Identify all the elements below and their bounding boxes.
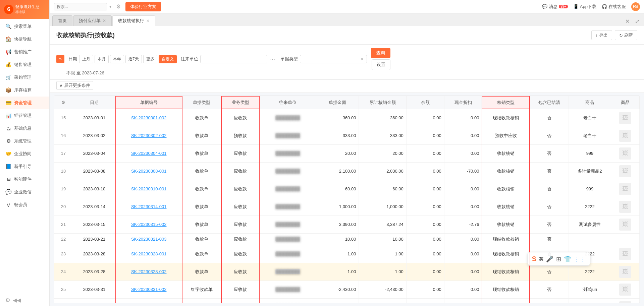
doc-no-link[interactable]: SK-20230321-003 — [131, 237, 167, 242]
cell-balance: 0.00 — [406, 180, 444, 198]
tab-prepay[interactable]: 预付应付单 ✕ — [73, 15, 112, 26]
cell-doc-no: SK-20230331-002 — [116, 281, 182, 298]
date-btn-last-month[interactable]: 上月 — [79, 55, 93, 63]
tab-home[interactable]: 首页 — [52, 15, 72, 26]
tab-close-btn[interactable]: ✕ — [623, 17, 632, 25]
date-btn-more[interactable]: 更多 — [143, 55, 157, 63]
table-row[interactable]: 17 2023-03-04 SK-20230304-001 收款单 应收款 ██… — [54, 144, 640, 162]
tabbar-actions: ✕ ⤢ — [623, 17, 641, 26]
float-watermark: S 英 🎤 ⊞ 👕 ⋮⋮ — [528, 252, 590, 266]
setting-btn[interactable]: 设置 — [372, 59, 390, 70]
cell-goods-img: 🖼 — [611, 144, 640, 162]
settings-icon[interactable]: ⚙ — [5, 297, 10, 303]
filter-partner-input[interactable] — [200, 55, 267, 63]
watermark-shirt-icon[interactable]: 👕 — [564, 255, 571, 263]
doc-no-link[interactable]: SK-20230315-002 — [131, 222, 167, 227]
table-row[interactable]: 21 2023-03-15 SK-20230315-002 收款单 应收款 ██… — [54, 216, 640, 233]
doc-no-link[interactable]: SK-20230308-001 — [131, 169, 167, 174]
watermark-mic-icon[interactable]: 🎤 — [546, 255, 553, 263]
expand-more-btn[interactable]: ∨ 展开更多条件 — [56, 81, 93, 90]
sidebar-item-wechat[interactable]: 💬 企业微信 — [0, 186, 49, 198]
cell-amount: 1,000.00 — [316, 198, 359, 216]
sidebar-item-operations[interactable]: 📊 经营管理 — [0, 109, 49, 122]
filter-partner-dots[interactable]: ··· — [269, 56, 276, 63]
cell-goods-img: 🖼 — [611, 109, 640, 127]
sidebar-item-enterprise[interactable]: 🤝 企业协同 — [0, 147, 49, 160]
app-download-btn[interactable]: 📱 App下载 — [573, 4, 596, 10]
date-btn-custom[interactable]: 自定义 — [159, 55, 177, 63]
online-service-btn[interactable]: 🎧 在线客服 — [602, 4, 626, 10]
topbar-dropdown-arrow[interactable]: ▾ — [109, 4, 111, 9]
sidebar-item-marketing[interactable]: 📢 营销推广 — [0, 46, 49, 58]
sidebar-item-inventory[interactable]: 📦 库存核算 — [0, 84, 49, 97]
tab-collection-label: 收款核销执行 — [118, 18, 144, 24]
doc-no-link[interactable]: SK-20230331-002 — [131, 287, 167, 292]
message-btn[interactable]: 💬 消息 99+ — [542, 4, 568, 10]
date-btn-this-month[interactable]: 本月 — [95, 55, 109, 63]
cell-goods-img: 🖼 — [611, 127, 640, 144]
sidebar-item-basic[interactable]: 🗂 基础信息 — [0, 122, 49, 135]
sidebar-item-purchase[interactable]: 🛒 采购管理 — [0, 71, 49, 84]
filter-doctype-item: 单据类型 ▾ — [280, 55, 367, 63]
cell-include-settled: 否 — [530, 109, 569, 127]
filter-expand-toggle[interactable]: » — [56, 55, 64, 63]
table-row[interactable]: 26 2023-04-03 SK-20230403-002 收款单 预收款 ██… — [54, 298, 640, 303]
partner-blurred: ████████ — [275, 186, 300, 191]
doc-no-link[interactable]: SK-20230304-001 — [131, 151, 167, 156]
solution-btn[interactable]: 体验行业方案 — [125, 2, 161, 11]
cell-partner: ████████ — [259, 263, 316, 281]
sidebar-item-member[interactable]: V 畅会员 — [0, 198, 49, 211]
table-area[interactable]: ⚙ 日期 单据编号 单据类型 业务类型 往来单位 单据金额 累计核销金额 余额 … — [54, 96, 640, 303]
export-btn[interactable]: ↑ 导出 — [591, 30, 612, 40]
cell-cash-discount: 0.00 — [444, 281, 482, 298]
date-btn-7days[interactable]: 近7天 — [125, 55, 142, 63]
sidebar-item-finance[interactable]: 💳 资金管理 — [0, 97, 49, 109]
sidebar-item-system[interactable]: ⚙ 系统管理 — [0, 135, 49, 147]
filter-doctype-select[interactable]: ▾ — [300, 55, 367, 63]
cell-doc-no: SK-20230304-001 — [116, 144, 182, 162]
doc-no-link[interactable]: SK-20230301-002 — [131, 115, 167, 120]
doc-no-link[interactable]: SK-20230314-001 — [131, 204, 167, 209]
table-row[interactable]: 15 2023-03-01 SK-20230301-002 收款单 应收款 ██… — [54, 109, 640, 127]
doc-no-link[interactable]: SK-20230302-002 — [131, 133, 167, 138]
table-row[interactable]: 20 2023-03-14 SK-20230314-001 收款单 应收款 ██… — [54, 198, 640, 216]
collapse-icon[interactable]: ◀◀ — [13, 297, 21, 303]
doc-no-link[interactable]: SK-20230328-002 — [131, 269, 167, 274]
sidebar-item-sales[interactable]: 💰 销售管理 — [0, 58, 49, 71]
topbar-gear-icon[interactable]: ⚙ — [114, 3, 123, 10]
date-btn-this-year[interactable]: 本年 — [110, 55, 124, 63]
doc-no-link[interactable]: SK-20230328-001 — [131, 251, 167, 256]
tab-collection[interactable]: 收款核销执行 ✕ — [112, 15, 155, 26]
sidebar-icon-operations: 📊 — [5, 113, 11, 119]
topbar-search-input[interactable] — [54, 3, 107, 10]
query-btn[interactable]: 查询 — [371, 48, 390, 58]
table-row[interactable]: 16 2023-03-02 SK-20230302-002 收款单 预收款 ██… — [54, 127, 640, 144]
th-settings[interactable]: ⚙ — [54, 96, 73, 109]
sidebar-item-hardware[interactable]: 🖥 智能硬件 — [0, 173, 49, 186]
cell-date: 2023-03-01 — [73, 109, 116, 127]
cell-amount: 1.00 — [316, 245, 359, 263]
table-row[interactable]: 18 2023-03-08 SK-20230308-001 收款单 应收款 ██… — [54, 162, 640, 180]
tab-maximize-btn[interactable]: ⤢ — [633, 17, 641, 25]
tab-collection-close[interactable]: ✕ — [146, 18, 150, 23]
th-include-settled: 包含已结清 — [530, 96, 569, 109]
expand-arrow-icon: » — [59, 56, 62, 62]
sidebar-item-guide[interactable]: 📘 新手引导 — [0, 160, 49, 173]
doc-no-link[interactable]: SK-20230310-001 — [131, 186, 167, 191]
table-row[interactable]: 22 2023-03-21 SK-20230321-003 收款单 应收款 ██… — [54, 233, 640, 245]
tab-prepay-close[interactable]: ✕ — [103, 18, 106, 23]
cell-goods-img: 🖼 — [611, 298, 640, 303]
cell-include-settled: 否 — [530, 233, 569, 245]
watermark-apps-icon[interactable]: ⋮⋮ — [574, 255, 586, 263]
sidebar-item-quicknav[interactable]: 🏠 快捷导航 — [0, 33, 49, 46]
cell-no: 19 — [54, 180, 73, 198]
user-avatar[interactable]: Rit — [631, 2, 640, 11]
table-row[interactable]: 19 2023-03-10 SK-20230310-001 收款单 应收款 ██… — [54, 180, 640, 198]
watermark-grid-icon[interactable]: ⊞ — [556, 255, 561, 263]
cell-balance: 0.00 — [406, 198, 444, 216]
refresh-btn[interactable]: ↻ 刷新 — [615, 30, 637, 40]
filter-partner-label: 往来单位 — [181, 56, 198, 62]
sidebar-item-search[interactable]: 🔍 搜索菜单 — [0, 20, 49, 33]
table-row[interactable]: 25 2023-03-31 SK-20230331-002 红字收款单 应收款 … — [54, 281, 640, 298]
cell-date: 2023-03-28 — [73, 245, 116, 263]
